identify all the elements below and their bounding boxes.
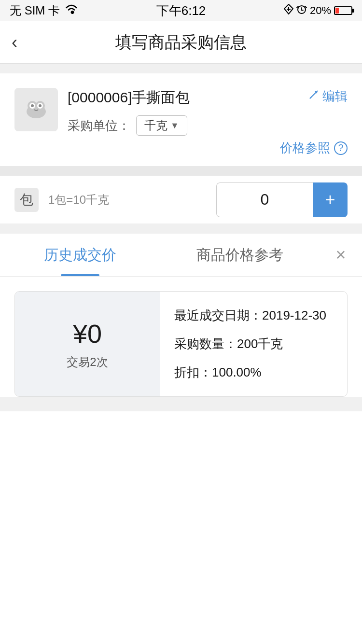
tabs-area: 历史成交价 商品价格参考 × ¥0 交易2次 最近成交日期：2019-12-30…	[0, 234, 362, 397]
tab-history-price[interactable]: 历史成交价	[0, 234, 160, 276]
status-bar: 无 SIM 卡 下午6:12 20%	[0, 0, 362, 21]
quantity-input-group: +	[216, 182, 348, 217]
tabs-close-button[interactable]: ×	[320, 234, 362, 276]
battery-percentage: 20%	[310, 4, 331, 17]
unit-value: 千克	[144, 118, 167, 133]
product-thumbnail	[14, 88, 58, 131]
product-header: [0000006]手撕面包 采购单位： 千克 ▼ 编辑	[14, 88, 348, 136]
unit-icon: 包	[14, 188, 39, 212]
plus-icon: +	[325, 190, 335, 210]
product-left: [0000006]手撕面包 采购单位： 千克 ▼	[14, 88, 190, 136]
product-card: [0000006]手撕面包 采购单位： 千克 ▼ 编辑	[0, 73, 362, 166]
tab-history-label: 历史成交价	[44, 245, 116, 265]
help-icon: ?	[334, 141, 348, 155]
section-divider	[0, 166, 362, 176]
status-bar-right: 20%	[284, 4, 352, 17]
history-card: ¥0 交易2次 最近成交日期：2019-12-30 采购数量：200千克 折扣：…	[14, 291, 348, 397]
tab-product-price-ref[interactable]: 商品价格参考	[160, 234, 320, 276]
gps-icon	[284, 4, 293, 17]
history-quantity: 采购数量：200千克	[174, 335, 333, 353]
back-button[interactable]: ‹	[12, 32, 17, 53]
price-ref-row[interactable]: 价格参照 ?	[14, 140, 348, 156]
nav-bar: ‹ 填写商品采购信息	[0, 21, 362, 64]
alarm-icon	[296, 4, 307, 17]
svg-point-7	[39, 104, 42, 107]
network-label: 无 SIM 卡	[10, 3, 60, 18]
bottom-area	[0, 411, 362, 644]
tab-price-ref-label: 商品价格参考	[196, 245, 283, 265]
history-trades-count: 交易2次	[67, 354, 108, 370]
quantity-increment-button[interactable]: +	[313, 182, 348, 217]
close-icon: ×	[335, 245, 346, 265]
unit-selector[interactable]: 千克 ▼	[136, 115, 187, 136]
edit-label: 编辑	[322, 88, 348, 105]
price-ref-label: 价格参照	[280, 140, 330, 156]
quantity-row: 包 1包=10千克 +	[0, 176, 362, 224]
quantity-label-group: 包 1包=10千克	[14, 188, 109, 212]
dropdown-arrow-icon: ▼	[170, 121, 179, 131]
history-detail-panel: 最近成交日期：2019-12-30 采购数量：200千克 折扣：100.00%	[160, 292, 347, 396]
price-amount: 0	[87, 319, 102, 348]
history-discount: 折扣：100.00%	[174, 363, 333, 382]
status-bar-left: 无 SIM 卡	[10, 3, 78, 18]
wifi-icon	[65, 4, 78, 17]
history-date: 最近成交日期：2019-12-30	[174, 306, 333, 325]
edit-button[interactable]: 编辑	[308, 88, 348, 105]
history-price-panel: ¥0 交易2次	[15, 292, 160, 396]
edit-icon	[308, 89, 320, 104]
product-info: [0000006]手撕面包 采购单位： 千克 ▼	[68, 88, 190, 136]
product-name: [0000006]手撕面包	[68, 88, 190, 108]
page-title: 填写商品采购信息	[115, 31, 247, 54]
status-bar-time: 下午6:12	[156, 2, 206, 19]
product-image-placeholder	[22, 93, 51, 126]
tabs-header: 历史成交价 商品价格参考 ×	[0, 234, 362, 277]
unit-label: 采购单位：	[68, 117, 130, 134]
unit-conversion-text: 1包=10千克	[48, 192, 109, 208]
product-unit-row: 采购单位： 千克 ▼	[68, 115, 190, 136]
quantity-input[interactable]	[216, 182, 313, 217]
battery-icon	[334, 6, 352, 15]
svg-point-6	[31, 104, 34, 107]
unit-icon-label: 包	[20, 191, 33, 209]
price-symbol: ¥	[73, 319, 87, 348]
history-price-value: ¥0	[73, 319, 102, 349]
